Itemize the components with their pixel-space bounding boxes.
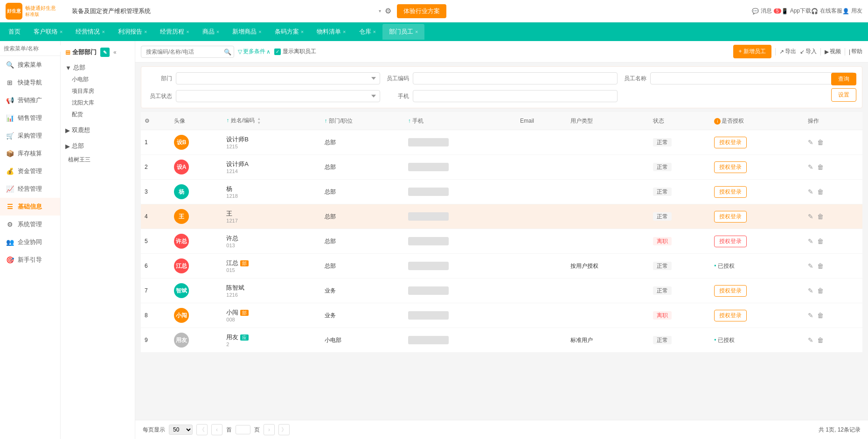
- nav-tab-operation[interactable]: 经营情况×: [69, 24, 111, 40]
- sidebar-item-inventory[interactable]: 📦 库存核算: [0, 145, 60, 162]
- trial-button[interactable]: 体验行业方案: [397, 4, 446, 18]
- delete-button[interactable]: 🗑: [817, 312, 824, 319]
- close-icon[interactable]: ×: [301, 29, 304, 35]
- edit-button[interactable]: ✎: [808, 163, 813, 171]
- auth-login-button[interactable]: 授权登录: [714, 211, 747, 223]
- next-page-button[interactable]: ›: [264, 424, 275, 435]
- sidebar-item-basic[interactable]: ☰ 基础信息: [0, 198, 60, 216]
- sidebar-item-collab[interactable]: 👥 企业协同: [0, 233, 60, 251]
- edit-button[interactable]: ✎: [808, 312, 813, 319]
- edit-button[interactable]: ✎: [808, 237, 813, 245]
- show-resigned-toggle[interactable]: ✓ 显示离职员工: [274, 48, 316, 56]
- close-icon[interactable]: ×: [216, 29, 219, 35]
- nav-tab-barcode[interactable]: 条码方案×: [268, 24, 310, 40]
- delete-button[interactable]: 🗑: [817, 336, 824, 344]
- dept-child-xianmu[interactable]: 项目库房: [61, 85, 135, 97]
- close-icon[interactable]: ×: [373, 29, 376, 35]
- sidebar-item-purchase[interactable]: 🛒 采购管理: [0, 127, 60, 145]
- edit-button[interactable]: ✎: [808, 262, 813, 270]
- edit-button[interactable]: ✎: [808, 287, 813, 294]
- nav-tab-bom[interactable]: 物料清单×: [310, 24, 352, 40]
- close-icon[interactable]: ×: [343, 29, 346, 35]
- auth-login-button[interactable]: 授权登录: [714, 186, 747, 198]
- query-button[interactable]: 查询: [831, 73, 856, 85]
- nav-tab-customer[interactable]: 客户联络×: [27, 24, 69, 40]
- sidebar-item-system[interactable]: ⚙ 系统管理: [0, 216, 60, 233]
- dept-child-zhishu[interactable]: 植树王三: [61, 154, 135, 166]
- sidebar-item-guide[interactable]: 🎯 新手引导: [0, 251, 60, 269]
- search-input[interactable]: [141, 46, 234, 58]
- delete-button[interactable]: 🗑: [817, 213, 824, 220]
- settings-icon[interactable]: ⚙: [385, 7, 391, 15]
- close-icon[interactable]: ×: [102, 29, 104, 35]
- nav-tab-warehouse[interactable]: 仓库×: [353, 24, 382, 40]
- dept-select[interactable]: [176, 72, 380, 84]
- auth-login-button[interactable]: 授权登录: [714, 310, 747, 321]
- delete-button[interactable]: 🗑: [817, 287, 824, 294]
- add-employee-button[interactable]: + 新增员工: [733, 45, 771, 58]
- per-page-select[interactable]: 50 20 100: [169, 425, 193, 435]
- search-submit-icon[interactable]: 🔍: [224, 48, 231, 55]
- th-name[interactable]: ↑ 姓名/编码 ▲▼: [222, 112, 320, 130]
- close-icon[interactable]: ×: [144, 29, 147, 35]
- more-conditions-button[interactable]: ▽ 更多条件 ∧: [238, 48, 271, 56]
- delete-button[interactable]: 🗑: [817, 262, 824, 270]
- auth-login-button[interactable]: 授权登录: [714, 161, 747, 173]
- nav-tab-history[interactable]: 经营历程×: [153, 24, 195, 40]
- delete-button[interactable]: 🗑: [817, 163, 824, 171]
- phone-input[interactable]: [413, 90, 617, 102]
- sidebar-item-search[interactable]: 🔍 搜索菜单: [0, 56, 60, 74]
- emp-code-input[interactable]: [413, 72, 617, 84]
- user-action[interactable]: 👤 用友: [842, 7, 862, 15]
- dept-group-label[interactable]: ▼ 总部: [61, 62, 135, 74]
- sidebar-item-management[interactable]: 📈 经营管理: [0, 180, 60, 198]
- th-dept[interactable]: ↑ 部门/职位: [321, 112, 404, 130]
- emp-name-input[interactable]: [650, 72, 854, 84]
- first-page-button[interactable]: 《: [196, 424, 208, 435]
- nav-tab-home[interactable]: 首页: [2, 24, 27, 40]
- dept-group-label-shuanglu[interactable]: ▶ 双鹿想: [61, 124, 135, 136]
- nav-tab-add-goods[interactable]: 新增商品×: [226, 24, 268, 40]
- dept-collapse-button[interactable]: «: [113, 49, 117, 56]
- delete-button[interactable]: 🗑: [817, 188, 824, 195]
- nav-tab-employees[interactable]: 部门员工×: [382, 24, 424, 40]
- edit-button[interactable]: ✎: [808, 188, 813, 195]
- dept-group-label-zongbu2[interactable]: ▶ 总部: [61, 140, 135, 152]
- close-icon[interactable]: ×: [60, 29, 62, 35]
- system-dropdown-icon[interactable]: ▾: [379, 8, 381, 14]
- dept-child-xiaodibu[interactable]: 小电部: [61, 74, 135, 85]
- auth-login-button[interactable]: 授权登录: [714, 285, 747, 297]
- set-button[interactable]: 设置: [831, 88, 856, 102]
- import-button[interactable]: ↙ 导入: [800, 48, 817, 56]
- edit-button[interactable]: ✎: [808, 213, 813, 220]
- online-support-action[interactable]: 🎧 在线客服: [811, 7, 842, 15]
- delete-button[interactable]: 🗑: [817, 237, 824, 245]
- sidebar-item-sales[interactable]: 📊 销售管理: [0, 109, 60, 127]
- sidebar-item-finance[interactable]: 💰 资金管理: [0, 162, 60, 180]
- dept-child-peihuo[interactable]: 配货: [61, 109, 135, 120]
- close-icon[interactable]: ×: [258, 29, 261, 35]
- message-action[interactable]: 💬 消息 5: [752, 7, 781, 15]
- app-download-action[interactable]: 📱 App下载: [781, 7, 811, 15]
- edit-button[interactable]: ✎: [808, 336, 813, 344]
- sidebar-item-quicknav[interactable]: ⊞ 快捷导航: [0, 74, 60, 91]
- auth-login-button[interactable]: 授权登录: [714, 137, 747, 148]
- edit-button[interactable]: ✎: [808, 139, 813, 146]
- last-page-button[interactable]: 》: [278, 424, 290, 435]
- nav-tab-goods[interactable]: 商品×: [196, 24, 226, 40]
- auth-login-button[interactable]: 授权登录: [714, 236, 747, 247]
- view-button[interactable]: ▶ 视频: [825, 48, 841, 56]
- help-button[interactable]: | 帮助: [849, 48, 862, 56]
- th-settings[interactable]: ⚙: [141, 112, 170, 130]
- th-phone[interactable]: ↑ 手机: [404, 112, 516, 130]
- close-icon[interactable]: ×: [415, 29, 418, 35]
- sidebar-item-marketing[interactable]: 📢 营销推广: [0, 91, 60, 109]
- delete-button[interactable]: 🗑: [817, 139, 824, 146]
- page-number-input[interactable]: 1: [236, 425, 250, 434]
- nav-tab-profit[interactable]: 利润报告×: [111, 24, 153, 40]
- dept-child-shenyang[interactable]: 沈阳大库: [61, 97, 135, 109]
- dept-edit-icon[interactable]: ✎: [100, 48, 110, 57]
- prev-page-button[interactable]: ‹: [211, 424, 222, 435]
- emp-status-select[interactable]: [176, 90, 380, 102]
- export-button[interactable]: ↗ 导出: [779, 48, 796, 56]
